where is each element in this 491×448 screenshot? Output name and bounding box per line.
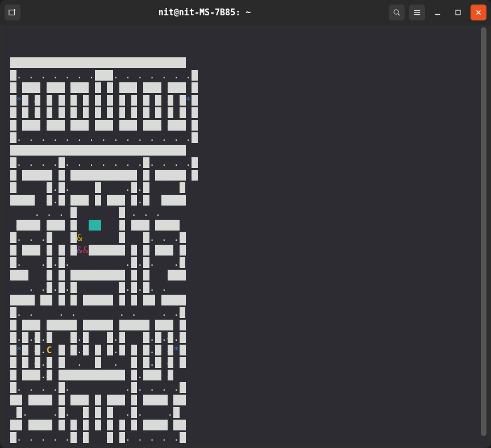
maximize-icon [454, 9, 462, 16]
search-button[interactable] [389, 5, 405, 20]
scrollbar[interactable] [481, 27, 486, 436]
minimize-button[interactable] [430, 5, 446, 20]
close-button[interactable] [471, 5, 486, 20]
new-tab-icon [9, 9, 16, 16]
search-icon [393, 9, 401, 16]
terminal-window: nit@nit-MS-7B85: ~ #####################… [0, 0, 491, 448]
terminal-content[interactable]: ############################# #. . . . .… [3, 25, 488, 445]
terminal-output: ############################# #. . . . .… [10, 32, 198, 445]
close-icon [475, 9, 482, 16]
svg-rect-0 [9, 10, 15, 15]
new-tab-button[interactable] [5, 5, 20, 20]
hamburger-icon [413, 9, 421, 16]
maximize-button[interactable] [450, 5, 466, 20]
game-maze: ############################# #. . . . .… [10, 57, 198, 445]
window-title: nit@nit-MS-7B85: ~ [20, 7, 389, 18]
svg-rect-2 [456, 10, 460, 15]
minimize-icon [434, 9, 442, 16]
svg-point-1 [394, 10, 398, 14]
menu-button[interactable] [409, 5, 425, 20]
titlebar: nit@nit-MS-7B85: ~ [0, 0, 491, 25]
